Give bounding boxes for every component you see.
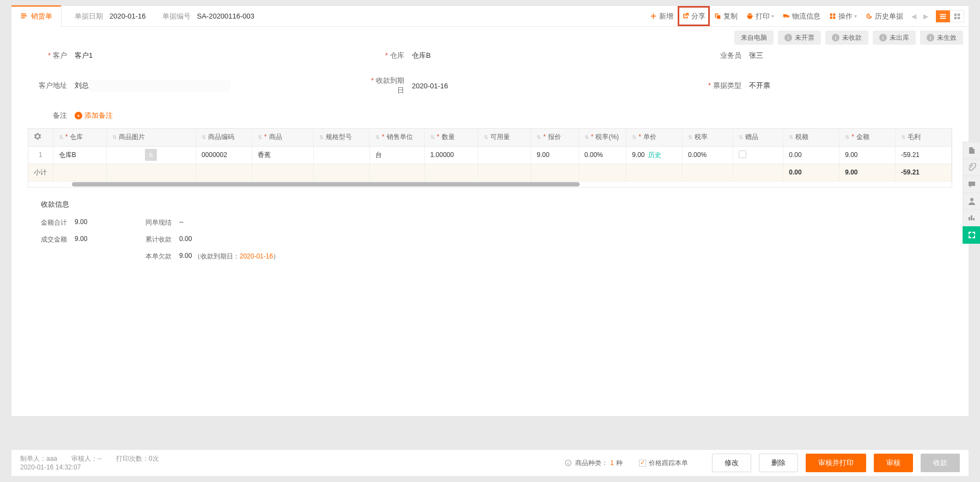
audit-button[interactable]: 审核 — [874, 454, 913, 472]
pill-ineffective: i未生效 — [920, 31, 963, 45]
audit-print-button[interactable]: 审核并打印 — [806, 454, 866, 472]
receipt-col-right: 同单现结-- 累计收款0.00 本单欠款9.00 （收款到期日：2020-01-… — [145, 218, 279, 269]
view-card-button[interactable] — [950, 10, 964, 22]
table-settings-button[interactable] — [28, 129, 53, 146]
form-area: *客户客户1 *仓库仓库B 业务员张三 客户地址刘总 *收款到期日2020-01… — [11, 49, 969, 280]
address-masked — [89, 80, 230, 92]
svg-text:c: c — [568, 461, 570, 465]
meta-number: 单据编号SA-20200116-003 — [162, 11, 255, 21]
receipt-section: 收款信息 金额合计9.00 成交金额9.00 同单现结-- 累计收款0.00 本… — [28, 188, 952, 269]
gift-checkbox[interactable] — [739, 150, 746, 158]
receive-button: 收款 — [921, 454, 960, 472]
table-header-row: ⇅*仓库 ⇅商品图片 ⇅商品编码 ⇅*商品 ⇅规格型号 ⇅*销售单位 ⇅*数量 … — [28, 129, 952, 146]
rail-user-button[interactable] — [963, 192, 980, 210]
table-h-scroll[interactable] — [28, 182, 952, 187]
field-remark: 备注+添加备注 — [28, 111, 952, 120]
cell-tax2[interactable]: 0.00% — [683, 146, 733, 164]
cell-taxamt: 0.00 — [783, 146, 839, 164]
meta-date: 单据日期2020-01-16 — [75, 11, 146, 21]
rail-chat-button[interactable] — [963, 176, 980, 193]
table-row[interactable]: 1 仓库B b 0000002 香蕉 台 1.00000 9.00 0.00% … — [28, 146, 952, 164]
subtotal-row: 小计 0.00 9.00 -59.21 — [28, 164, 952, 181]
pill-source: 来自电脑 — [734, 31, 774, 45]
field-customer: *客户客户1 — [28, 51, 278, 61]
copyright-icon: c — [564, 459, 572, 467]
print-icon — [746, 13, 753, 20]
pill-unout: i未出库 — [873, 31, 916, 45]
cell-taxpct[interactable]: 0.00% — [579, 146, 626, 164]
cell-quote[interactable]: 9.00 — [531, 146, 579, 164]
logistics-button[interactable]: 物流信息 — [778, 6, 825, 26]
truck-icon — [783, 13, 790, 20]
cell-price[interactable]: 9.00历史 — [626, 146, 683, 164]
rail-expand-button[interactable] — [963, 226, 980, 244]
rail-attach-button[interactable] — [963, 159, 980, 176]
tab-label: 销货单 — [31, 11, 52, 21]
cell-available — [478, 146, 531, 164]
svg-point-2 — [970, 198, 973, 201]
new-button[interactable]: 新增 — [646, 6, 678, 26]
cell-profit: -59.21 — [896, 146, 952, 164]
cell-amount: 9.00 — [839, 146, 896, 164]
footer-info: 制单人：aaa 审核人：-- 打印次数：0次 2020-01-16 14:32:… — [20, 454, 159, 472]
copy-button[interactable]: 复制 — [710, 6, 742, 26]
app-root: 销货单 单据日期2020-01-16 单据编号SA-20200116-003 新… — [0, 0, 980, 482]
rail-chart-button[interactable] — [963, 209, 980, 227]
chevron-down-icon: ▾ — [854, 13, 857, 19]
field-warehouse: *仓库仓库B — [278, 51, 615, 61]
info-icon: i — [927, 34, 934, 41]
header-actions: 新增 分享 复制 打印▾ 物流信息 操作▾ 历史单据 ◀ ▶ — [646, 6, 969, 26]
print-button[interactable]: 打印▾ — [742, 6, 778, 26]
cell-warehouse[interactable]: 仓库B — [53, 146, 106, 164]
info-icon: i — [832, 34, 839, 41]
cell-qty[interactable]: 1.00000 — [424, 146, 478, 164]
history-button[interactable]: 历史单据 — [861, 6, 908, 26]
chevron-down-icon: ▾ — [771, 13, 774, 19]
price-follow-checkbox[interactable]: 价格跟踪本单 — [639, 459, 688, 468]
main-panel: 销货单 单据日期2020-01-16 单据编号SA-20200116-003 新… — [11, 5, 969, 417]
view-toggle — [936, 10, 964, 22]
cell-spec[interactable] — [314, 146, 370, 164]
rail-doc-button[interactable] — [963, 142, 980, 159]
field-salesman: 业务员张三 — [615, 51, 952, 61]
sales-order-icon — [20, 13, 28, 20]
receipt-title: 收款信息 — [41, 200, 939, 209]
right-rail — [963, 142, 980, 243]
delete-button[interactable]: 删除 — [759, 454, 798, 472]
share-button[interactable]: 分享 — [678, 6, 710, 26]
image-placeholder-icon: b — [145, 149, 157, 161]
cell-code[interactable]: 0000002 — [196, 146, 252, 164]
field-due: *收款到期日2020-01-16 — [278, 76, 615, 95]
share-icon — [682, 13, 689, 20]
header-meta: 单据日期2020-01-16 单据编号SA-20200116-003 — [75, 11, 254, 21]
pill-unreceived: i未收款 — [825, 31, 868, 45]
cell-product[interactable]: 香蕉 — [252, 146, 313, 164]
grid-icon — [829, 13, 836, 20]
header-bar: 销货单 单据日期2020-01-16 单据编号SA-20200116-003 新… — [11, 6, 969, 27]
next-button[interactable]: ▶ — [920, 13, 932, 20]
field-invoice-type: *票据类型不开票 — [615, 76, 952, 95]
cell-unit[interactable]: 台 — [370, 146, 425, 164]
row-index: 1 — [28, 146, 53, 164]
info-icon: i — [879, 34, 887, 41]
add-remark-link[interactable]: +添加备注 — [75, 111, 113, 120]
history-icon — [866, 13, 873, 20]
prev-button[interactable]: ◀ — [908, 13, 920, 20]
view-list-button[interactable] — [936, 10, 950, 22]
info-icon: i — [784, 34, 792, 41]
checkbox-icon — [639, 460, 646, 467]
edit-button[interactable]: 修改 — [712, 454, 751, 472]
ops-button[interactable]: 操作▾ — [825, 6, 861, 26]
status-bar: 来自电脑 i未开票 i未收款 i未出库 i未生效 — [11, 27, 969, 49]
cell-image[interactable]: b — [106, 146, 196, 164]
plus-circle-icon: + — [75, 112, 82, 119]
footer-summary: c 商品种类：1种 — [564, 459, 623, 468]
field-address: 客户地址刘总 — [28, 76, 278, 95]
cell-gift[interactable] — [733, 146, 783, 164]
pill-uninvoiced: i未开票 — [778, 31, 821, 45]
tab-sales-order[interactable]: 销货单 — [11, 6, 62, 27]
receipt-col-left: 金额合计9.00 成交金额9.00 — [41, 218, 144, 269]
price-history-link[interactable]: 历史 — [648, 151, 661, 159]
copy-icon — [714, 13, 721, 20]
line-items-table: ⇅*仓库 ⇅商品图片 ⇅商品编码 ⇅*商品 ⇅规格型号 ⇅*销售单位 ⇅*数量 … — [28, 128, 952, 188]
